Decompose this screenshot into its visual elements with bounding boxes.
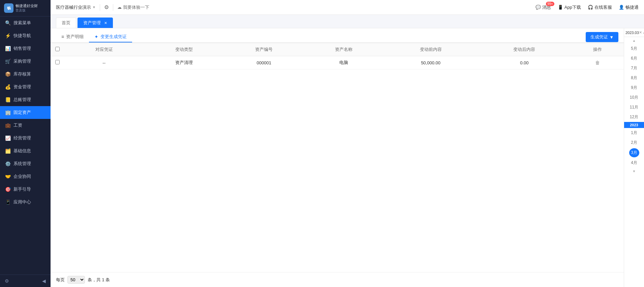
date-scroll-down[interactable]: ▼ [624, 168, 644, 174]
date-month-9[interactable]: 9月 [624, 83, 644, 93]
select-all-checkbox[interactable] [55, 47, 60, 51]
date-month-3-selected[interactable]: 3月 [629, 148, 639, 157]
date-month-8[interactable]: 8月 [624, 73, 644, 83]
date-month-12[interactable]: 12月 [624, 112, 644, 122]
message-btn[interactable]: 💬 消息 99+ [535, 4, 551, 10]
search-icon: 🔍 [5, 20, 11, 26]
apps-icon: 📱 [5, 199, 11, 205]
sidebar-item-label: 固定资产 [13, 109, 31, 116]
row-asset-code: 000001 [224, 56, 304, 69]
sidebar-item-label: 资金管理 [13, 84, 31, 90]
collab-icon: 🤝 [5, 173, 11, 180]
date-sidebar: 2023.03 ✕ ⤢ ▲ 5月 6月 7月 8月 9月 10月 11月 12月… [624, 28, 644, 287]
sidebar-item-inventory[interactable]: 📦 库存核算 [0, 68, 51, 81]
detail-tab-icon: ≡ [61, 34, 64, 39]
topbar-settings-icon[interactable]: ⚙ [104, 4, 109, 10]
subtab-voucher[interactable]: ✦ 变更生成凭证 [89, 32, 132, 42]
per-page-label: 每页 [56, 277, 65, 283]
sidebar-item-label: 工资 [13, 122, 22, 128]
table-header-asset-name: 资产名称 [304, 43, 384, 56]
company-selector[interactable]: 医疗器械行业演示 ▼ [56, 4, 96, 10]
sidebar-item-basic[interactable]: 🗂️ 基础信息 [0, 145, 51, 157]
chevron-down-icon: ▼ [633, 169, 636, 173]
sidebar-item-label: 快捷导航 [13, 33, 31, 39]
dropdown-icon: ▼ [92, 5, 96, 9]
sidebar-item-guide[interactable]: 🎯 新手引导 [0, 183, 51, 196]
sidebar-item-salary[interactable]: 💼 工资 [0, 119, 51, 132]
app-name: 畅捷通好业财 [16, 3, 38, 8]
delete-icon[interactable]: 🗑 [595, 60, 600, 65]
sidebar-item-collab[interactable]: 🤝 企业协同 [0, 170, 51, 183]
date-month-7[interactable]: 7月 [624, 63, 644, 73]
row-checkbox-cell [51, 56, 64, 69]
subtab-detail[interactable]: ≡ 资产明细 [56, 32, 89, 42]
table-header-before-change: 变动前内容 [384, 43, 478, 56]
row-asset-name: 电脑 [304, 56, 384, 69]
sidebar-item-label: 总账管理 [13, 97, 31, 103]
message-badge: 99+ [546, 2, 554, 6]
settings-bottom-icon[interactable]: ⚙ [5, 278, 9, 284]
sidebar-item-quicknav[interactable]: ⚡ 快捷导航 [0, 29, 51, 42]
table-header-change-type: 变动类型 [144, 43, 224, 56]
salary-icon: 💼 [5, 122, 11, 128]
tab-asset[interactable]: 资产管理 ✕ [78, 18, 113, 28]
sidebar-item-label: 搜索菜单 [13, 20, 31, 26]
sidebar-item-apps[interactable]: 📱 应用中心 [0, 196, 51, 209]
year-marker[interactable]: 2023 [624, 122, 644, 128]
collapse-icon[interactable]: ◀ [42, 278, 46, 284]
tab-home-label: 首页 [62, 20, 70, 25]
sidebar-item-funds[interactable]: 💰 资金管理 [0, 81, 51, 93]
row-voucher: -- [64, 56, 144, 69]
sidebar-item-purchase[interactable]: 🛒 采购管理 [0, 55, 51, 68]
voucher-tab-icon: ✦ [94, 34, 98, 39]
user-icon: 👤 [619, 5, 624, 10]
topbar-divider2 [113, 4, 113, 11]
table-container: 对应凭证 变动类型 资产编号 资产名称 变动前内容 变动后内容 操作 [51, 43, 624, 272]
subtab-detail-label: 资产明细 [66, 34, 84, 40]
app-version: 普及版 [16, 8, 38, 13]
date-month-6[interactable]: 6月 [624, 54, 644, 63]
expand-panel-icon[interactable]: ⤢ [643, 30, 644, 35]
table-header-checkbox [51, 43, 64, 56]
sidebar-item-fixed-assets[interactable]: 🏢 固定资产 [0, 106, 51, 119]
topbar-divider [100, 4, 100, 11]
sidebar-item-label: 应用中心 [13, 199, 31, 205]
sidebar: 畅 畅捷通好业财 普及版 🔍 搜索菜单 ⚡ 快捷导航 📊 销售管理 🛒 采购管理… [0, 0, 51, 287]
service-label: 在线客服 [594, 4, 612, 10]
date-scroll-up[interactable]: ▲ [624, 37, 644, 44]
row-before-change: 50,000.00 [384, 56, 478, 69]
close-panel-icon[interactable]: ✕ [639, 30, 642, 35]
table-row: -- 资产清理 000001 电脑 50,000.00 0.00 🗑 [51, 56, 624, 69]
date-month-2[interactable]: 2月 [624, 138, 644, 148]
user-btn[interactable]: 👤 畅捷通 [619, 4, 639, 10]
inventory-icon: 📦 [5, 71, 11, 77]
pagination: 每页 50 10 20 100 条，共 1 条 [51, 272, 624, 287]
sidebar-item-ops[interactable]: 📈 经营管理 [0, 132, 51, 145]
sidebar-item-search[interactable]: 🔍 搜索菜单 [0, 17, 51, 29]
tab-asset-label: 资产管理 [83, 20, 101, 25]
tab-home[interactable]: 首页 [56, 18, 76, 28]
app-download-btn[interactable]: 📱 App下载 [558, 4, 581, 10]
per-page-select[interactable]: 50 10 20 100 [67, 276, 85, 284]
company-name: 医疗器械行业演示 [56, 4, 91, 10]
sidebar-item-label: 库存核算 [13, 71, 31, 77]
sidebar-item-ledger[interactable]: 📒 总账管理 [0, 93, 51, 106]
experience-btn[interactable]: ☁ 我要体验一下 [117, 4, 149, 10]
topbar-right: 💬 消息 99+ 📱 App下载 🎧 在线客服 👤 畅捷通 [535, 4, 639, 10]
dropdown-arrow-icon: ▼ [609, 35, 614, 40]
subtab-voucher-label: 变更生成凭证 [100, 34, 127, 40]
date-month-1[interactable]: 1月 [624, 128, 644, 138]
sidebar-item-label: 采购管理 [13, 58, 31, 64]
date-month-5[interactable]: 5月 [624, 44, 644, 54]
main-area: 医疗器械行业演示 ▼ ⚙ ☁ 我要体验一下 💬 消息 99+ 📱 App下载 🎧… [51, 0, 644, 287]
service-btn[interactable]: 🎧 在线客服 [588, 4, 612, 10]
sidebar-item-sales[interactable]: 📊 销售管理 [0, 42, 51, 55]
date-month-11[interactable]: 11月 [624, 102, 644, 112]
date-month-4[interactable]: 4月 [624, 158, 644, 168]
purchase-icon: 🛒 [5, 58, 11, 64]
sidebar-item-system[interactable]: ⚙️ 系统管理 [0, 157, 51, 170]
row-checkbox[interactable] [55, 60, 60, 64]
date-month-10[interactable]: 10月 [624, 93, 644, 102]
tab-close-icon[interactable]: ✕ [104, 21, 107, 25]
generate-voucher-button[interactable]: 生成凭证 ▼ [586, 32, 618, 42]
